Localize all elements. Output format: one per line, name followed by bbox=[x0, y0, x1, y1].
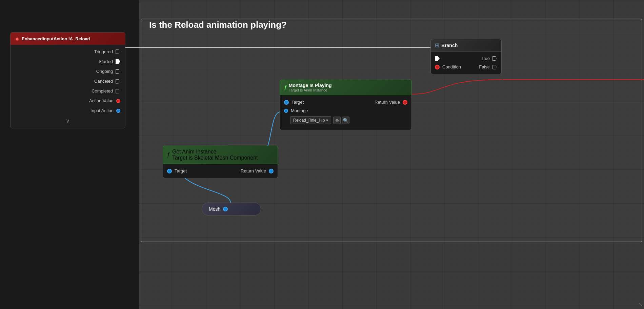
mesh-body: Mesh bbox=[202, 203, 261, 215]
anim-node-title: Get Anim Instance bbox=[172, 149, 258, 155]
anim-node-subtitle: Target is Skeletal Mesh Component bbox=[172, 155, 258, 161]
anim-node-header: ƒ Get Anim Instance Target is Skeletal M… bbox=[163, 146, 278, 164]
started-pin[interactable] bbox=[116, 59, 120, 64]
montage-montage-pin[interactable] bbox=[284, 109, 288, 113]
anim-target-pin[interactable] bbox=[167, 169, 172, 173]
comment-title: Is the Reload animation playing? bbox=[146, 18, 289, 32]
ongoing-pin[interactable] bbox=[116, 69, 120, 74]
anim-target-label: Target bbox=[175, 168, 187, 173]
blueprint-canvas[interactable]: Is the Reload animation playing? ƒ Monta… bbox=[139, 0, 644, 309]
input-action-pins: Triggered Started Ongoing Canceled Compl… bbox=[11, 45, 125, 128]
montage-is-playing-node: ƒ Montage Is Playing Target is Anim Inst… bbox=[280, 80, 412, 130]
montage-node-title: Montage Is Playing bbox=[289, 83, 332, 88]
expand-icon: ∨ bbox=[66, 118, 70, 124]
input-action-pin-label: Input Action bbox=[90, 108, 114, 113]
branch-node-header: ⊞ Branch bbox=[430, 39, 502, 52]
montage-node-subtitle: Target is Anim Instance bbox=[289, 88, 332, 92]
action-value-label: Action Value bbox=[89, 98, 114, 103]
enhanced-input-action-node: ◆ EnhancedInputAction IA_Reload Triggere… bbox=[10, 32, 125, 128]
branch-true-label: True bbox=[481, 56, 490, 61]
anim-return-label: Return Value bbox=[241, 168, 266, 173]
montage-target-label: Target bbox=[291, 100, 304, 105]
action-value-pin-row: Action Value bbox=[11, 96, 125, 106]
montage-add-button[interactable]: ⊕ bbox=[333, 117, 341, 124]
mesh-label: Mesh bbox=[209, 206, 220, 212]
input-action-title: EnhancedInputAction IA_Reload bbox=[22, 36, 90, 41]
canceled-pin[interactable] bbox=[116, 79, 120, 84]
branch-false-pin[interactable] bbox=[492, 65, 497, 69]
started-label: Started bbox=[99, 59, 113, 64]
montage-select-arrow: ▾ bbox=[326, 118, 328, 123]
montage-montage-pin-row: Montage bbox=[280, 106, 411, 115]
input-action-icon: ◆ bbox=[15, 36, 19, 41]
anim-node-body: Target Return Value bbox=[163, 164, 278, 178]
montage-icons: ⊕ 🔍 bbox=[333, 117, 349, 124]
completed-pin[interactable] bbox=[116, 89, 120, 94]
montage-target-pin-row: Target Return Value bbox=[280, 98, 411, 106]
mesh-output-pin[interactable] bbox=[223, 207, 228, 211]
branch-false-label: False bbox=[479, 64, 490, 69]
branch-condition-pin[interactable] bbox=[435, 65, 440, 69]
branch-condition-label: Condition bbox=[442, 64, 461, 69]
anim-fn-icon: ƒ bbox=[167, 152, 170, 158]
input-action-pin[interactable] bbox=[116, 109, 120, 113]
branch-node-title: Branch bbox=[441, 43, 458, 48]
triggered-label: Triggered bbox=[94, 49, 113, 54]
canceled-label: Canceled bbox=[94, 79, 113, 84]
montage-select-value: Reload_Rifle_Hip bbox=[293, 118, 325, 123]
montage-select[interactable]: Reload_Rifle_Hip ▾ bbox=[290, 116, 331, 124]
completed-pin-row: Completed bbox=[11, 86, 125, 96]
ongoing-pin-row: Ongoing bbox=[11, 66, 125, 76]
branch-condition-row: Condition False bbox=[431, 63, 501, 71]
branch-exec-row: True bbox=[431, 54, 501, 63]
input-action-pin-row: Input Action bbox=[11, 106, 125, 116]
get-anim-instance-node: ƒ Get Anim Instance Target is Skeletal M… bbox=[163, 146, 278, 178]
montage-return-pin[interactable] bbox=[403, 100, 407, 105]
triggered-pin[interactable] bbox=[116, 49, 120, 54]
montage-node-header: ƒ Montage Is Playing Target is Anim Inst… bbox=[280, 80, 412, 95]
function-icon: ƒ bbox=[284, 85, 287, 90]
branch-true-pin[interactable] bbox=[492, 56, 497, 61]
montage-search-button[interactable]: 🔍 bbox=[342, 117, 349, 124]
branch-grid-icon: ⊞ bbox=[435, 42, 439, 48]
expand-arrow[interactable]: ∨ bbox=[11, 116, 125, 126]
completed-label: Completed bbox=[92, 88, 113, 94]
montage-select-row: Reload_Rifle_Hip ▾ ⊕ 🔍 bbox=[280, 115, 411, 127]
action-value-pin[interactable] bbox=[116, 99, 120, 103]
started-pin-row: Started bbox=[11, 57, 125, 66]
montage-node-body: Target Return Value Montage Reload_Rifle… bbox=[280, 95, 412, 130]
branch-exec-in-pin[interactable] bbox=[435, 56, 440, 61]
branch-node-body: True Condition False bbox=[430, 52, 502, 74]
montage-montage-label: Montage bbox=[291, 108, 308, 113]
anim-return-pin[interactable] bbox=[269, 169, 274, 173]
input-action-header: ◆ EnhancedInputAction IA_Reload bbox=[11, 33, 125, 45]
triggered-pin-row: Triggered bbox=[11, 47, 125, 57]
montage-return-label: Return Value bbox=[375, 100, 400, 105]
canceled-pin-row: Canceled bbox=[11, 76, 125, 86]
anim-target-pin-row: Target Return Value bbox=[163, 167, 278, 175]
mesh-node: Mesh bbox=[202, 203, 261, 215]
ongoing-label: Ongoing bbox=[96, 69, 113, 74]
resize-handle[interactable]: ⤡ bbox=[638, 301, 643, 308]
montage-target-pin[interactable] bbox=[284, 100, 289, 105]
branch-node: ⊞ Branch True Condition False bbox=[430, 39, 502, 74]
